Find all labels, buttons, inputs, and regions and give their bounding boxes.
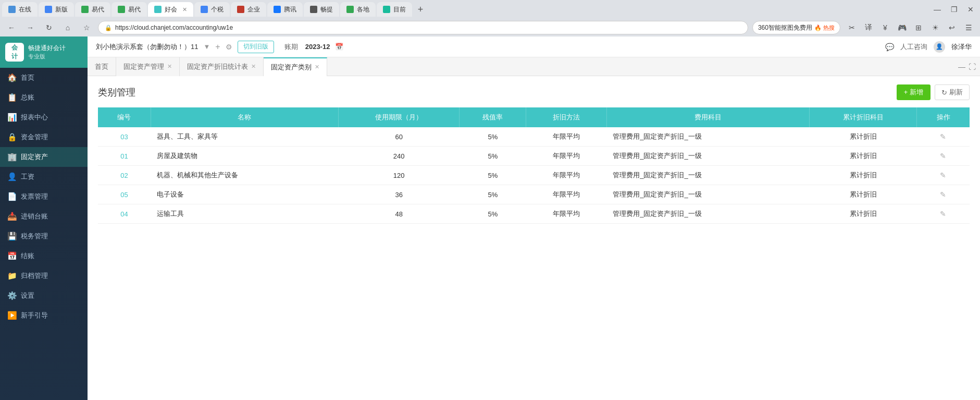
tab-depreciation-close[interactable]: ✕ <box>251 63 256 70</box>
data-table: 编号 名称 使用期限（月） 残值率 折旧方法 费用科目 累计折旧科目 操作 03… <box>98 107 970 224</box>
logo-icon: 会计 <box>5 43 24 62</box>
sidebar-item-home[interactable]: 🏠 首页 <box>0 68 88 88</box>
menu-icon[interactable]: ☰ <box>961 20 976 35</box>
browser-tab-yidai2[interactable]: 易代 <box>111 2 147 17</box>
sidebar-item-label-close: 结账 <box>21 251 34 261</box>
expand-pane-btn[interactable]: ⛶ <box>969 63 976 71</box>
payroll-icon: 👤 <box>7 172 17 181</box>
browser-tab-qiye[interactable]: 企业 <box>231 2 266 17</box>
browser-tab-xinban[interactable]: 新版 <box>39 2 74 17</box>
sidebar-item-label-tax: 税务管理 <box>21 232 48 241</box>
consult-icon: 💬 <box>885 43 894 51</box>
home-btn[interactable]: ⌂ <box>60 20 75 35</box>
tab-asset-category-label: 固定资产类别 <box>271 63 312 72</box>
ledger-icon: 📋 <box>7 93 17 102</box>
browser-tab-muqian[interactable]: 目前 <box>377 2 412 17</box>
hot-tag: 🔥 热搜 <box>814 24 835 32</box>
undo-icon[interactable]: ↩ <box>945 20 959 35</box>
browser-tab-zaixin[interactable]: 在线 <box>2 2 38 17</box>
cell-rate: 5% <box>460 147 526 166</box>
company-arrow: ▼ <box>203 43 210 51</box>
edit-icon[interactable]: ✎ <box>940 171 946 179</box>
browser-tab-gedi[interactable]: 各地 <box>340 2 376 17</box>
cell-months: 48 <box>339 204 460 224</box>
browser-tab-tengxun[interactable]: 腾讯 <box>267 2 303 17</box>
edit-icon[interactable]: ✎ <box>940 152 946 160</box>
address-bar: ← → ↻ ⌂ ☆ 🔒 https://cloud.chanjet.com/ac… <box>0 19 980 37</box>
edit-icon[interactable]: ✎ <box>940 132 946 141</box>
browser-tab-geshu[interactable]: 个税 <box>194 2 230 17</box>
browser-tab-haohui[interactable]: 好会 ✕ <box>148 2 193 17</box>
search-box[interactable]: 360智能抠图免费用 🔥 热搜 <box>752 21 840 34</box>
game-icon[interactable]: 🎮 <box>895 20 909 35</box>
wallet-icon[interactable]: ¥ <box>878 20 892 35</box>
close-btn[interactable]: ✕ <box>963 2 978 17</box>
period-value: 2023-12 <box>305 43 330 51</box>
finance-icon: 🔒 <box>7 132 17 142</box>
forward-btn[interactable]: → <box>23 20 38 35</box>
cell-method: 年限平均 <box>526 185 606 204</box>
cell-code: 04 <box>98 204 151 224</box>
tab-depreciation-table[interactable]: 固定资产折旧统计表 ✕ <box>180 57 264 76</box>
col-name: 名称 <box>151 107 338 127</box>
col-accum: 累计折旧科目 <box>810 107 917 127</box>
cell-method: 年限平均 <box>526 166 606 185</box>
sidebar-item-archive[interactable]: 📁 归档管理 <box>0 266 88 286</box>
reload-btn[interactable]: ↻ <box>42 20 56 35</box>
sidebar-item-tax[interactable]: 💾 税务管理 <box>0 226 88 246</box>
calendar-icon[interactable]: 📅 <box>335 43 343 51</box>
refresh-btn[interactable]: ↻ 刷新 <box>935 84 970 100</box>
table-header: 编号 名称 使用期限（月） 残值率 折旧方法 费用科目 累计折旧科目 操作 <box>98 107 970 127</box>
cell-months: 120 <box>339 166 460 185</box>
theme-icon[interactable]: ☀ <box>928 20 942 35</box>
sidebar-item-label-report: 报表中心 <box>21 113 48 122</box>
sidebar-item-payroll[interactable]: 👤 工资 <box>0 167 88 187</box>
sidebar-item-report[interactable]: 📊 报表中心 <box>0 107 88 127</box>
tab-fixedasset-mgmt-close[interactable]: ✕ <box>167 63 172 70</box>
browser-tab-yidai1[interactable]: 易代 <box>75 2 110 17</box>
bookmark-btn[interactable]: ☆ <box>79 20 94 35</box>
url-text: https://cloud.chanjet.com/accounting/uw1… <box>115 24 233 31</box>
content-area: 类别管理 + 新增 ↻ 刷新 编号 名称 使用期限（月） 残值率 <box>88 76 980 400</box>
translate-icon[interactable]: 译 <box>861 20 876 35</box>
sidebar-item-fixedasset[interactable]: 🏢 固定资产 <box>0 147 88 167</box>
sidebar-item-guide[interactable]: ▶️ 新手引导 <box>0 306 88 325</box>
grid-icon[interactable]: ⊞ <box>911 20 926 35</box>
content-header: 类别管理 + 新增 ↻ 刷新 <box>98 84 970 100</box>
cell-rate: 5% <box>460 127 526 147</box>
tab-fixedasset-mgmt[interactable]: 固定资产管理 ✕ <box>116 57 180 76</box>
edit-icon[interactable]: ✎ <box>940 210 946 218</box>
consult-label[interactable]: 人工咨询 <box>900 42 927 52</box>
cell-code: 01 <box>98 147 151 166</box>
sidebar-item-invoice[interactable]: 📄 发票管理 <box>0 187 88 207</box>
tab-asset-category[interactable]: 固定资产类别 ✕ <box>264 57 327 76</box>
browser-tab-bar: 在线 新版 易代 易代 好会 ✕ 个税 企业 腾讯 <box>0 0 980 19</box>
tab-home[interactable]: 首页 <box>88 57 116 76</box>
scissors-icon[interactable]: ✂ <box>845 20 859 35</box>
add-company-btn[interactable]: + <box>215 42 220 52</box>
sidebar-item-label-archive: 归档管理 <box>21 271 48 281</box>
minimize-pane-btn[interactable]: — <box>958 63 965 71</box>
tab-asset-category-close[interactable]: ✕ <box>315 64 319 70</box>
sidebar-item-stock[interactable]: 📥 进销台账 <box>0 207 88 226</box>
home-icon: 🏠 <box>7 73 17 82</box>
minimize-btn[interactable]: — <box>930 2 945 17</box>
switch-version-btn[interactable]: 切到旧版 <box>238 41 274 53</box>
back-btn[interactable]: ← <box>4 20 19 35</box>
settings-btn[interactable]: ⚙ <box>226 43 232 51</box>
restore-btn[interactable]: ❐ <box>947 2 961 17</box>
new-tab-btn[interactable]: + <box>413 2 428 17</box>
sidebar-item-label-settings: 设置 <box>21 291 34 300</box>
sidebar-item-settings[interactable]: ⚙️ 设置 <box>0 286 88 306</box>
sidebar-item-close-account[interactable]: 📅 结账 <box>0 246 88 266</box>
browser-tab-changti[interactable]: 畅提 <box>304 2 339 17</box>
add-btn[interactable]: + 新增 <box>897 84 931 100</box>
edit-icon[interactable]: ✎ <box>940 190 946 199</box>
tab-close-haohui[interactable]: ✕ <box>182 6 187 13</box>
url-input[interactable]: 🔒 https://cloud.chanjet.com/accounting/u… <box>98 21 748 34</box>
sidebar-item-ledger[interactable]: 📋 总账 <box>0 88 88 107</box>
cell-name: 机器、机械和其他生产设备 <box>151 166 338 185</box>
sidebar-item-finance[interactable]: 🔒 资金管理 <box>0 127 88 147</box>
cell-action: ✎ <box>917 147 970 166</box>
cell-expense: 管理费用_固定资产折旧_一级 <box>606 185 809 204</box>
